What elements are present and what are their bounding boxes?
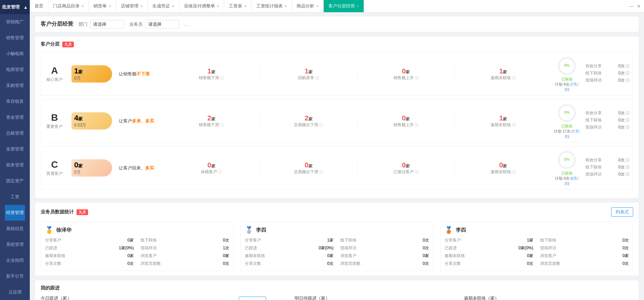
tier-stat-item[interactable]: 1家逾期未联络 ⓘ xyxy=(455,114,552,128)
circle-plan[interactable]: 计划 17次 (7天/次) xyxy=(554,129,580,139)
tier-stat-item[interactable]: 0家销售额上升 ⓘ xyxy=(358,67,455,81)
tier-count-block[interactable]: 4家0.53万 xyxy=(71,112,112,130)
tab-首页[interactable]: 首页 xyxy=(30,0,48,12)
sidebar-item-新手引导[interactable]: 新手引导 xyxy=(5,269,25,284)
sales-select[interactable]: 请选择 xyxy=(145,20,179,28)
tier-stat-item[interactable]: 0家休眠客户 ⓘ xyxy=(163,161,260,175)
tier-stat-item[interactable]: 0家已激活客户 ⓘ xyxy=(358,161,455,175)
info-icon[interactable]: ⓘ xyxy=(626,158,629,162)
info-icon[interactable]: ⓘ xyxy=(626,64,629,68)
sidebar-item-电商管理[interactable]: 电商管理 xyxy=(5,62,25,78)
info-icon[interactable]: ⓘ xyxy=(512,122,516,128)
tier-count-block[interactable]: 1家0万 xyxy=(71,65,112,83)
staff-stat-label: 浏览客户 xyxy=(340,253,357,259)
tab-门店商品目录[interactable]: 门店商品目录× xyxy=(48,0,89,12)
tab-客户分层经营[interactable]: 客户分层经营× xyxy=(324,0,364,12)
tier-stat-item[interactable]: 2家销售额下滑 ⓘ xyxy=(163,114,260,128)
info-icon[interactable]: ⓘ xyxy=(626,172,629,176)
tab-工资统计报表[interactable]: 工资统计报表× xyxy=(252,0,292,12)
info-icon[interactable]: ⓘ xyxy=(626,165,629,169)
window-minimize-icon[interactable]: — xyxy=(629,4,634,9)
info-icon[interactable]: ⓘ xyxy=(319,122,323,128)
staff-stat-val-link[interactable]: 0家(0%) xyxy=(518,245,533,251)
tab-店铺管理[interactable]: 店铺管理× xyxy=(116,0,148,12)
info-icon[interactable]: ⓘ xyxy=(415,122,418,128)
info-icon[interactable]: ⓘ xyxy=(512,75,516,80)
tab-生成凭证[interactable]: 生成凭证× xyxy=(148,0,179,12)
circle-plan[interactable]: 计划 4次 (7天/次) xyxy=(554,82,580,92)
info-icon[interactable]: ⓘ xyxy=(626,71,629,75)
sidebar-item-采购管理[interactable]: 采购管理 xyxy=(5,78,25,94)
sidebar-item-营销推广[interactable]: 营销推广 xyxy=(5,14,25,30)
sidebar-item-企业协同[interactable]: 企业协同 xyxy=(5,253,25,269)
tab-close-icon[interactable]: × xyxy=(109,4,111,8)
info-icon[interactable]: ⓘ xyxy=(319,169,323,175)
staff-stat-val: 0家 xyxy=(127,237,134,243)
sidebar-item-发票管理[interactable]: 发票管理 xyxy=(5,141,25,157)
sidebar-item-云应用[interactable]: 云应用 xyxy=(5,284,25,300)
staff-stat-val-link[interactable]: 1家(0%) xyxy=(119,245,134,251)
tab-close-icon[interactable]: × xyxy=(217,4,219,8)
sidebar-item-经营管理[interactable]: 经营管理 xyxy=(5,205,25,221)
tab-销货单[interactable]: 销货单× xyxy=(89,0,116,12)
tier-stat-item[interactable]: 1家销售额下滑 ⓘ xyxy=(163,67,260,81)
tier-stat-item[interactable]: 2家交易频次下滑 ⓘ xyxy=(260,114,357,128)
sidebar-item-资金管理[interactable]: 资金管理 xyxy=(5,110,25,125)
tab-close-icon[interactable]: × xyxy=(141,4,143,8)
staff-stat-val-link[interactable]: 0家 xyxy=(127,253,134,259)
dept-select[interactable]: 请选择 xyxy=(90,20,124,28)
sidebar-item-系统管理[interactable]: 系统管理 xyxy=(5,237,25,253)
staff-stat-val: 0次 xyxy=(622,245,629,251)
staff-stat-val-link[interactable]: 0家(0%) xyxy=(319,245,334,251)
info-icon[interactable]: ⓘ xyxy=(626,111,629,115)
goto-followup-btn[interactable]: 去跟进 xyxy=(239,297,266,300)
tab-工资表[interactable]: 工资表× xyxy=(224,0,251,12)
tier-stat-item[interactable]: 0家逾期未联络 ⓘ xyxy=(455,161,552,175)
tab-close-icon[interactable]: × xyxy=(357,4,359,8)
tab-close-icon[interactable]: × xyxy=(285,4,287,8)
sidebar-item-基础信息[interactable]: 基础信息 xyxy=(5,221,25,237)
info-icon[interactable]: ⓘ xyxy=(220,75,224,80)
circle-plan[interactable]: 计划 0次 (0天/次) xyxy=(554,176,580,186)
staff-stat-val-link[interactable]: 0家 xyxy=(223,253,229,259)
tier-stat-item[interactable]: 0家交易频次下滑 ⓘ xyxy=(260,161,357,175)
sidebar-item-税务管理[interactable]: 税务管理 xyxy=(5,157,25,173)
info-icon[interactable]: ⓘ xyxy=(626,78,629,82)
staff-stat-val-link[interactable]: 0家 xyxy=(622,253,629,259)
staff-stat-val-link[interactable]: 0家 xyxy=(423,253,429,259)
sidebar-collapse-icon[interactable]: ▲ xyxy=(23,5,28,10)
dept-label: 部门 xyxy=(79,21,87,27)
sidebar-item-总账管理[interactable]: 总账管理 xyxy=(5,125,25,141)
staff-stat-val-link[interactable]: 0家 xyxy=(327,253,334,259)
sidebar-item-工资[interactable]: 工资 xyxy=(5,189,25,205)
info-icon[interactable]: ⓘ xyxy=(415,75,418,80)
tier-count-block[interactable]: 0家0万 xyxy=(71,159,112,177)
sidebar-item-小畅电商[interactable]: 小畅电商 xyxy=(5,46,25,62)
tab-bar-actions[interactable]: — ✕ xyxy=(626,0,644,12)
tier-stat-item[interactable]: 1家逾期未联络 ⓘ xyxy=(455,67,552,81)
tier-stat-item[interactable]: 0家销售额上升 ⓘ xyxy=(358,114,455,128)
window-close-icon[interactable]: ✕ xyxy=(637,4,641,9)
list-view-btn[interactable]: 列表式 xyxy=(611,207,633,217)
sidebar-item-销售管理[interactable]: 销售管理 xyxy=(5,30,25,46)
more-filter-btn[interactable]: ... xyxy=(185,22,188,27)
tab-close-icon[interactable]: × xyxy=(316,4,318,8)
info-icon[interactable]: ⓘ xyxy=(512,169,516,175)
info-icon[interactable]: ⓘ xyxy=(626,125,629,129)
tab-close-icon[interactable]: × xyxy=(172,4,174,8)
sidebar-item-固定资产[interactable]: 固定资产 xyxy=(5,173,25,189)
info-icon[interactable]: ⓘ xyxy=(220,122,224,128)
info-icon[interactable]: ⓘ xyxy=(415,169,418,175)
info-icon[interactable]: ⓘ xyxy=(218,169,222,175)
tier-stat-item[interactable]: 1家回购异常 ⓘ xyxy=(260,67,357,81)
stat-num: 2家 xyxy=(262,114,355,122)
tab-close-icon[interactable]: × xyxy=(82,4,84,8)
sidebar-header[interactable]: 批发管理 ▲ xyxy=(0,0,30,14)
info-icon[interactable]: ⓘ xyxy=(315,75,319,80)
tab-应收应付调整单[interactable]: 应收应付调整单× xyxy=(179,0,224,12)
sidebar-item-库存核算[interactable]: 库存核算 xyxy=(5,94,25,110)
tab-商品分析[interactable]: 商品分析× xyxy=(292,0,323,12)
info-icon[interactable]: ⓘ xyxy=(626,118,629,122)
staff-stat-val-link[interactable]: 0家 xyxy=(527,253,533,259)
tab-close-icon[interactable]: × xyxy=(244,4,246,8)
